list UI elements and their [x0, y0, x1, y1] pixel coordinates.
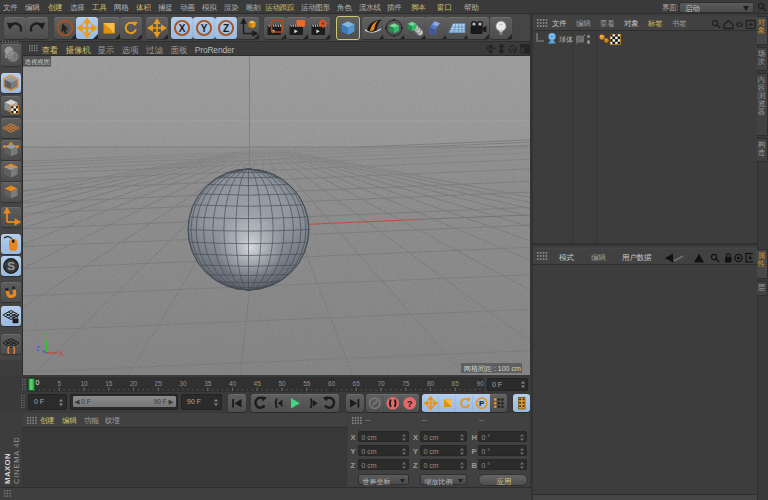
svg-text:15: 15 — [105, 380, 113, 387]
svg-text:P: P — [479, 399, 485, 408]
svg-text:Z: Z — [36, 345, 40, 352]
svg-text:85: 85 — [452, 380, 460, 387]
svg-text:网格间距 : 100 cm: 网格间距 : 100 cm — [464, 365, 521, 373]
svg-text:70: 70 — [377, 380, 385, 387]
svg-text:Z: Z — [223, 23, 229, 34]
svg-text:10: 10 — [80, 380, 88, 387]
svg-text:75: 75 — [402, 380, 410, 387]
svg-text:性: 性 — [757, 259, 766, 268]
svg-text:45: 45 — [254, 380, 262, 387]
svg-text:造: 造 — [758, 148, 766, 157]
svg-text:透视视图: 透视视图 — [25, 58, 51, 66]
svg-text:层: 层 — [758, 283, 766, 292]
svg-text:90: 90 — [476, 380, 484, 387]
svg-text:X: X — [59, 350, 64, 357]
svg-text:?: ? — [407, 398, 413, 409]
svg-text:( ): ( ) — [7, 344, 16, 354]
svg-text:30: 30 — [179, 380, 187, 387]
svg-text:20: 20 — [130, 380, 138, 387]
svg-text:次: 次 — [758, 57, 766, 66]
svg-text:Y: Y — [201, 23, 208, 34]
svg-text:60: 60 — [328, 380, 336, 387]
svg-text:象: 象 — [758, 26, 766, 35]
svg-text:25: 25 — [155, 380, 163, 387]
svg-text:35: 35 — [204, 380, 212, 387]
svg-text:50: 50 — [278, 380, 286, 387]
svg-text:器: 器 — [758, 107, 766, 116]
svg-text:CINEMA 4D: CINEMA 4D — [12, 436, 21, 484]
svg-text:5: 5 — [57, 380, 61, 387]
svg-text:Y: Y — [43, 332, 48, 339]
svg-text:65: 65 — [353, 380, 361, 387]
svg-text:S: S — [7, 260, 15, 272]
svg-text:X: X — [179, 23, 186, 34]
svg-text:40: 40 — [229, 380, 237, 387]
svg-text:MAXON: MAXON — [3, 453, 12, 484]
svg-text:80: 80 — [427, 380, 435, 387]
svg-text:55: 55 — [303, 380, 311, 387]
